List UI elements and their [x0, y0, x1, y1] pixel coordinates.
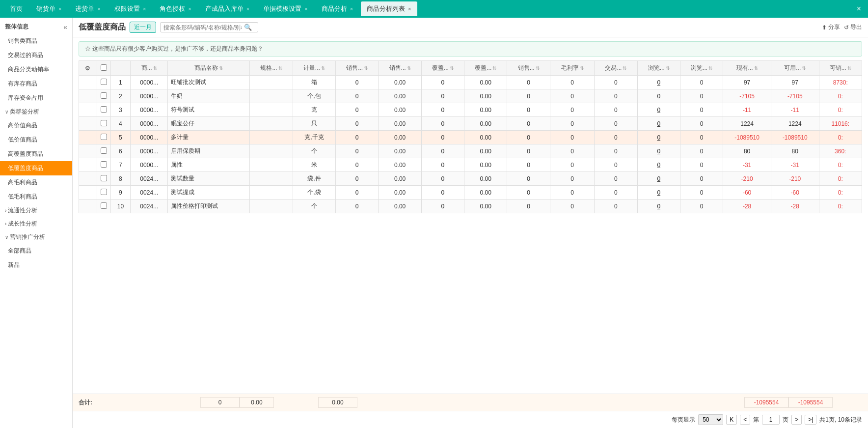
col-header-transaction[interactable]: 交易...⇅ [595, 61, 637, 76]
col-header-name[interactable]: 商品名称⇅ [168, 61, 250, 76]
row-name[interactable]: 属性价格打印测试 [168, 200, 250, 213]
col-header-spec[interactable]: 规格...⇅ [250, 61, 293, 76]
row-checkbox-input[interactable] [101, 92, 107, 99]
row-checkbox[interactable] [97, 76, 110, 89]
nav-tab-sales[interactable]: 销货单 × [30, 1, 67, 16]
col-header-sales-qty[interactable]: 销售...⇅ [336, 61, 379, 76]
close-icon[interactable]: × [97, 6, 100, 12]
page-number-input[interactable] [762, 415, 780, 425]
last-page-button[interactable]: >| [805, 415, 816, 425]
row-checkbox-input[interactable] [101, 175, 107, 181]
sidebar-item-high-value[interactable]: 高价值商品 [0, 118, 72, 133]
sidebar-section-liquidity[interactable]: › 流通性分析 [0, 204, 72, 217]
page-size-select[interactable]: 50 20 100 [698, 414, 723, 425]
share-button[interactable]: ⬆ 分享 [822, 23, 840, 31]
row-checkbox-input[interactable] [101, 79, 107, 85]
search-icon[interactable]: 🔍 [244, 24, 252, 31]
row-checkbox-input[interactable] [101, 202, 107, 209]
sidebar-section-group-analysis[interactable]: ∨ 类群鉴分析 [0, 105, 72, 118]
sidebar-item-traded-products[interactable]: 交易过的商品 [0, 48, 72, 62]
row-checkbox-input[interactable] [101, 106, 107, 113]
nav-tab-product-analysis[interactable]: 商品分析 × [316, 1, 359, 16]
row-browse1[interactable]: 0 [637, 117, 680, 131]
row-name[interactable]: 测试提成 [168, 186, 250, 200]
row-name[interactable]: 属性 [168, 158, 250, 172]
sidebar-item-category-turnover[interactable]: 商品分类动销率 [0, 62, 72, 77]
sidebar-item-new-products[interactable]: 新品 [0, 258, 72, 272]
row-name[interactable]: 牛奶 [168, 89, 250, 103]
sidebar-item-all-products[interactable]: 全部商品 [0, 244, 72, 258]
row-name[interactable]: 多计量 [168, 131, 250, 144]
settings-column-header[interactable]: ⚙ [79, 61, 97, 76]
row-browse1[interactable]: 0 [637, 144, 680, 158]
col-header-code[interactable]: 商...⇅ [131, 61, 168, 76]
row-browse1[interactable]: 0 [637, 89, 680, 103]
next-page-button[interactable]: > [791, 415, 802, 425]
row-checkbox[interactable] [97, 158, 110, 172]
sidebar-item-low-margin[interactable]: 低毛利商品 [0, 190, 72, 204]
first-page-button[interactable]: K [726, 415, 737, 425]
row-checkbox-input[interactable] [101, 161, 107, 168]
nav-tab-product-in[interactable]: 产成品入库单 × [199, 1, 255, 16]
nav-tab-purchase[interactable]: 进货单 × [69, 1, 106, 16]
col-header-coverage2[interactable]: 覆盖...⇅ [464, 61, 507, 76]
row-checkbox[interactable] [97, 89, 110, 103]
col-header-saleable[interactable]: 可销...⇅ [819, 61, 862, 76]
row-name[interactable]: 测试数量 [168, 172, 250, 186]
checkbox-column-header[interactable] [97, 61, 110, 76]
close-all-button[interactable]: × [854, 4, 864, 13]
sidebar-collapse-button[interactable]: « [63, 23, 67, 31]
sidebar-section-marketing[interactable]: ∨ 营销推广分析 [0, 230, 72, 244]
col-header-browse1[interactable]: 浏览...⇅ [637, 61, 680, 76]
nav-tab-template[interactable]: 单据模板设置 × [257, 1, 313, 16]
sidebar-section-growth[interactable]: › 成长性分析 [0, 217, 72, 230]
row-name[interactable]: 眠宝公仔 [168, 117, 250, 131]
row-browse1[interactable]: 0 [637, 200, 680, 213]
nav-tab-home[interactable]: 首页 [4, 1, 28, 16]
col-header-sales-amt[interactable]: 销售...⇅ [379, 61, 421, 76]
nav-tab-permission[interactable]: 权限设置 × [108, 1, 152, 16]
close-icon[interactable]: × [304, 6, 307, 12]
sidebar-item-sales-products[interactable]: 销售类商品 [0, 34, 72, 48]
time-filter-button[interactable]: 近一月 [130, 22, 156, 33]
sidebar-item-low-coverage[interactable]: 低覆盖度商品 [0, 161, 72, 175]
sidebar-item-capital-occupation[interactable]: 库存资金占用 [0, 91, 72, 105]
close-icon[interactable]: × [350, 6, 353, 12]
row-browse1[interactable]: 0 [637, 76, 680, 89]
row-name[interactable]: 旺铺批次测试 [168, 76, 250, 89]
close-icon[interactable]: × [58, 6, 61, 12]
row-checkbox[interactable] [97, 131, 110, 144]
nav-tab-product-analysis-list[interactable]: 商品分析列表 × [361, 1, 417, 16]
close-icon[interactable]: × [188, 6, 191, 12]
row-name[interactable]: 符号测试 [168, 103, 250, 117]
export-button[interactable]: ↺ 导出 [844, 23, 862, 31]
prev-page-button[interactable]: < [740, 415, 750, 425]
row-browse1[interactable]: 0 [637, 103, 680, 117]
sidebar-item-stock-products[interactable]: 有库存商品 [0, 77, 72, 91]
row-browse1[interactable]: 0 [637, 186, 680, 200]
col-header-unit[interactable]: 计量...⇅ [293, 61, 335, 76]
row-checkbox-input[interactable] [101, 134, 107, 140]
col-header-sales3[interactable]: 销售...⇅ [507, 61, 550, 76]
row-name[interactable]: 启用保质期 [168, 144, 250, 158]
row-checkbox-input[interactable] [101, 147, 107, 154]
row-checkbox[interactable] [97, 144, 110, 158]
row-checkbox[interactable] [97, 186, 110, 200]
nav-tab-role[interactable]: 角色授权 × [154, 1, 197, 16]
sidebar-item-low-value[interactable]: 低价值商品 [0, 133, 72, 147]
col-header-browse2[interactable]: 浏览...⇅ [680, 61, 723, 76]
search-input[interactable] [163, 24, 242, 31]
row-checkbox[interactable] [97, 200, 110, 213]
col-header-coverage1[interactable]: 覆盖...⇅ [421, 61, 464, 76]
close-icon[interactable]: × [143, 6, 146, 12]
close-icon[interactable]: × [408, 6, 411, 12]
row-checkbox-input[interactable] [101, 189, 107, 195]
row-checkbox[interactable] [97, 103, 110, 117]
sidebar-item-high-coverage[interactable]: 高覆盖度商品 [0, 147, 72, 161]
row-checkbox[interactable] [97, 117, 110, 131]
col-header-current-stock[interactable]: 现有...⇅ [723, 61, 771, 76]
row-browse1[interactable]: 0 [637, 172, 680, 186]
row-browse1[interactable]: 0 [637, 131, 680, 144]
row-checkbox[interactable] [97, 172, 110, 186]
row-checkbox-input[interactable] [101, 120, 107, 126]
